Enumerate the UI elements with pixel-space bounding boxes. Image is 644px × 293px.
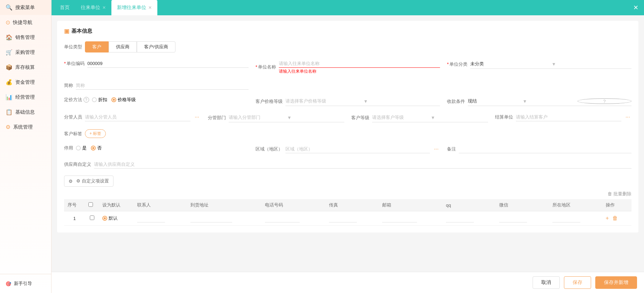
fax-input[interactable]	[329, 214, 357, 222]
system-icon: ⚙	[6, 124, 10, 130]
sidebar-item-sales[interactable]: 🏠 销售管理	[0, 30, 51, 45]
contact-input[interactable]	[137, 214, 165, 222]
finance-icon: 💰	[6, 79, 13, 86]
remark-label: 备注	[447, 146, 456, 152]
close-new-counterparty-tab[interactable]: ✕	[148, 5, 152, 10]
row-checkbox[interactable]	[90, 215, 94, 220]
sidebar-item-guide[interactable]: 🎯 新手引导	[0, 277, 51, 290]
sidebar: 🔍 搜索菜单 ⊙ 快捷导航 🏠 销售管理 🛒 采购管理 📦 库存核算 💰 资金管…	[0, 0, 52, 293]
manager-input[interactable]	[85, 113, 190, 121]
radio-price-level-circle	[111, 97, 116, 102]
customer-price-level-select[interactable]: 请选择客户价格等级 ▼	[285, 97, 440, 106]
delete-row-btn[interactable]: 🗑	[612, 215, 618, 221]
unit-name-error: 请输入往来单位名称	[279, 68, 440, 74]
col-action-header: 操作	[602, 199, 631, 211]
unit-type-both[interactable]: 客户/供应商	[137, 41, 175, 52]
sidebar-item-quick-nav[interactable]: ⊙ 快捷导航	[0, 15, 51, 30]
row-area	[549, 211, 602, 226]
unit-category-select[interactable]: 未分类 ▼	[470, 59, 631, 69]
save-button[interactable]: 保存	[564, 276, 591, 289]
region-input[interactable]	[285, 145, 430, 153]
col-wechat-header: 微信	[496, 199, 549, 211]
tags-label: 客户标签	[64, 131, 82, 137]
radio-no[interactable]: 否	[91, 145, 102, 151]
sidebar-item-purchase[interactable]: 🛒 采购管理	[0, 45, 51, 60]
cancel-button[interactable]: 取消	[533, 276, 560, 289]
manager-label: 分管人员	[64, 114, 82, 120]
content-area: ▣ 基本信息 单位类型 客户 供应商 客户/供应商 *单位编码	[52, 15, 644, 272]
unit-name-input[interactable]	[279, 59, 440, 68]
disabled-region-row: 停用 是 否 区域（地区） ···	[64, 145, 631, 153]
sidebar-item-operations[interactable]: 📊 经营管理	[0, 90, 51, 105]
custom-settings-button[interactable]: ⚙ ⚙ 自定义项设置	[64, 176, 113, 187]
settlement-more-btn[interactable]: ···	[624, 114, 631, 120]
phone-input[interactable]	[265, 214, 300, 222]
save-new-button[interactable]: 保存并新增	[595, 276, 637, 289]
payment-terms-field: 收款条件 现结 ▼ ?	[447, 97, 631, 106]
pricing-help-icon[interactable]: ?	[84, 97, 89, 103]
unit-type-supplier[interactable]: 供应商	[109, 41, 137, 52]
payment-terms-arrow: ▼	[523, 99, 576, 104]
email-input[interactable]	[382, 214, 417, 222]
add-tag-button[interactable]: + 标签	[85, 129, 106, 138]
guide-icon: 🎯	[6, 281, 11, 286]
col-area-header: 所在地区	[549, 199, 602, 211]
sidebar-item-inventory[interactable]: 📦 库存核算	[0, 60, 51, 75]
sidebar-item-finance[interactable]: 💰 资金管理	[0, 75, 51, 90]
row-default-radio[interactable]: 默认	[102, 215, 130, 221]
section-icon: ▣	[64, 28, 69, 34]
tab-new-counterparty[interactable]: 新增往来单位 ✕	[111, 0, 157, 15]
address-input[interactable]	[190, 214, 232, 222]
batch-delete-btn[interactable]: 🗑 批量删除	[64, 191, 631, 197]
qq-input[interactable]	[446, 214, 474, 222]
sidebar-item-search[interactable]: 🔍 搜索菜单	[0, 0, 51, 15]
unit-type-label: 单位类型	[64, 44, 82, 50]
footer: 取消 保存 保存并新增	[52, 272, 644, 293]
radio-yes[interactable]: 是	[76, 145, 87, 151]
radio-discount[interactable]: 折扣	[92, 97, 107, 103]
region-more-btn[interactable]: ···	[433, 146, 440, 152]
unit-type-row: 单位类型 客户 供应商 客户/供应商	[64, 41, 631, 52]
unit-type-group: 客户 供应商 客户/供应商	[85, 41, 175, 52]
unit-name-label: *单位名称	[256, 64, 276, 70]
section-title: ▣ 基本信息	[64, 28, 631, 34]
sidebar-bottom: 🎯 新手引导	[0, 274, 51, 293]
tab-home[interactable]: 首页	[54, 0, 75, 15]
unit-code-input[interactable]	[87, 59, 249, 68]
payment-terms-select[interactable]: 现结 ▼ ?	[468, 97, 631, 106]
unit-type-customer[interactable]: 客户	[85, 41, 109, 52]
short-name-input[interactable]	[76, 81, 249, 90]
radio-price-level[interactable]: 价格等级	[111, 97, 136, 103]
col-email-header: 邮箱	[379, 199, 443, 211]
search-icon: 🔍	[6, 4, 13, 11]
remark-input[interactable]	[459, 145, 631, 153]
tab-counterparty[interactable]: 往来单位 ✕	[75, 0, 111, 15]
batch-delete-icon: 🗑	[607, 191, 612, 196]
manager-more-btn[interactable]: ···	[193, 114, 201, 120]
short-name-row: 简称	[64, 81, 631, 90]
disabled-field: 停用 是 否	[64, 145, 249, 151]
add-row-btn[interactable]: +	[606, 215, 609, 221]
price-level-arrow: ▼	[363, 99, 440, 104]
sidebar-item-basic-info[interactable]: 📋 基础信息	[0, 105, 51, 120]
supplier-custom-input[interactable]	[94, 160, 631, 169]
unit-name-field: *单位名称 请输入往来单位名称	[256, 59, 440, 74]
wechat-input[interactable]	[499, 214, 527, 222]
manager-row: 分管人员 ··· 分管部门 请输入分管部门 ▼ 客户等级 请选择客户等级 ▼	[64, 113, 631, 122]
select-all-checkbox[interactable]	[88, 202, 93, 207]
customer-level-select[interactable]: 请选择客户等级 ▼	[372, 113, 488, 122]
payment-terms-help-icon[interactable]: ?	[578, 98, 631, 104]
unit-category-field: *单位分类 未分类 ▼	[447, 59, 631, 69]
row-default: 默认	[99, 211, 134, 226]
short-name-label: 简称	[64, 82, 73, 89]
sidebar-item-system[interactable]: ⚙ 系统管理	[0, 120, 51, 135]
settlement-input[interactable]	[516, 113, 621, 121]
remark-field: 备注	[447, 145, 631, 153]
radio-discount-circle	[92, 97, 97, 102]
customer-level-field: 客户等级 请选择客户等级 ▼	[351, 113, 488, 122]
close-all-tabs[interactable]: ✕	[630, 2, 641, 13]
department-select[interactable]: 请输入分管部门 ▼	[229, 113, 345, 122]
col-fax-header: 传真	[325, 199, 379, 211]
area-input[interactable]	[552, 214, 580, 222]
close-counterparty-tab[interactable]: ✕	[102, 5, 106, 10]
